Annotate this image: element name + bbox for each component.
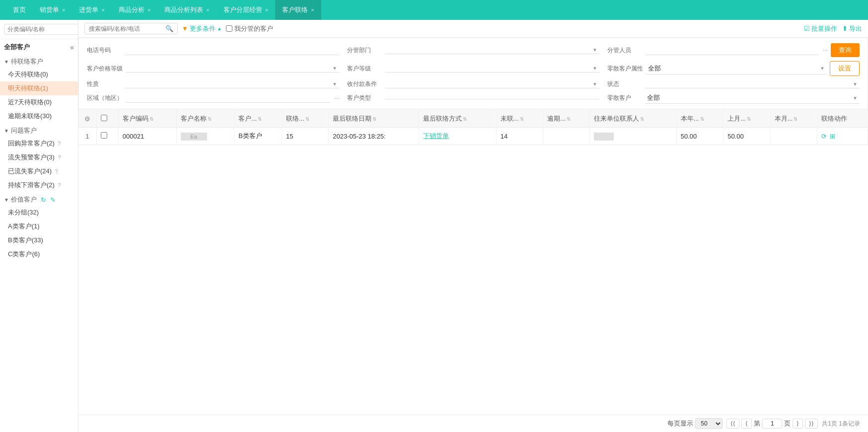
nav-purchase-order[interactable]: 进货单 × [72,0,111,20]
cell-last-contact-method[interactable]: 下销货单 [419,128,496,145]
close-sales-order-icon[interactable]: × [62,7,65,13]
filter-payment-select[interactable]: ▼ [385,80,599,88]
overdue-sort-icon[interactable]: ⇅ [567,116,571,122]
nav-product-analysis[interactable]: 商品分析 × [112,0,157,20]
close-customer-contact-icon[interactable]: × [311,7,314,13]
name-sort-icon[interactable]: ⇅ [208,116,212,122]
filter-phone-input[interactable] [125,46,339,55]
sidebar-search-area: 🔍 [0,20,78,39]
page-size-select[interactable]: 50 100 200 [695,418,723,429]
main-search-input[interactable] [89,25,163,32]
nav-product-analysis-list[interactable]: 商品分析列表 × [157,0,216,20]
cell-last-month: 50.00 [723,128,770,145]
code-sort-icon[interactable]: ⇅ [149,116,153,122]
sidebar-item-repurchase-anomaly[interactable]: 回购异常客户(2) ? [0,137,78,150]
filter-gender-select[interactable]: ▼ [125,80,339,88]
cell-name: Ea [176,128,234,145]
refresh-value-icon[interactable]: ↻ [41,196,46,204]
thismonth-sort-icon[interactable]: ⇅ [794,116,797,122]
filter-payment-row: 收付款条件 ▼ [347,80,599,88]
payment-arrow-icon: ▼ [592,81,597,87]
thisyear-sort-icon[interactable]: ⇅ [700,116,704,122]
close-product-analysis-icon[interactable]: × [147,7,150,13]
table-footer: 每页显示 50 100 200 ⟨⟨ ⟨ 第 页 ⟩ ⟩⟩ 共1页 1条记录 [78,415,868,432]
status-arrow-icon: ▼ [853,81,858,87]
filter-status-select[interactable]: ▼ [645,80,860,88]
col-this-year: 本年...⇅ [676,110,723,128]
filter-price-level-select[interactable]: ▼ [126,65,339,72]
export-button[interactable]: ⬆ 导出 [842,24,862,33]
lastmonth-sort-icon[interactable]: ⇅ [747,116,751,122]
select-all-checkbox[interactable] [101,115,107,121]
filter-retail-attr-select[interactable]: 全部 ▼ [646,63,827,74]
cell-contact-person [590,128,676,145]
sidebar-item-a-class[interactable]: A类客户(1) [0,219,78,233]
cell-checkbox[interactable] [96,128,118,145]
sidebar-item-7day-pending[interactable]: 近7天待联络(0) [0,95,78,109]
page-number-input[interactable] [762,419,782,429]
sidebar-item-overdue-pending[interactable]: 逾期未联络(30) [0,109,78,123]
pending-expand-icon[interactable] [4,59,9,65]
batch-op-button[interactable]: ☑ 批量操作 [804,24,837,33]
main-layout: 🔍 全部客户 « 待联络客户 今天待联络(0) 明天待联络(1) 近7天待联络(… [0,20,868,432]
nav-home[interactable]: 首页 [6,0,33,20]
filter-person-input[interactable] [645,46,819,55]
export-icon: ⬆ [842,25,848,32]
more-filter-button[interactable]: ▼ 更多条件 ▲ [182,24,222,33]
date-sort-icon[interactable]: ⇅ [372,116,376,122]
filter-customer-type-select[interactable] [385,97,599,99]
area-dots-icon[interactable]: ··· [334,95,339,102]
filter-dept-select[interactable]: ▼ [385,46,599,54]
filter-customer-level-select[interactable]: ▼ [385,65,599,72]
contacts-sort-icon[interactable]: ⇅ [305,116,309,122]
col-settings[interactable]: ⚙ [78,110,96,128]
sidebar-item-ungrouped[interactable]: 未分组(32) [0,206,78,219]
my-customer-checkbox[interactable] [226,25,232,32]
close-product-analysis-list-icon[interactable]: × [206,7,209,13]
content-area: 🔍 ▼ 更多条件 ▲ 我分管的客户 ☑ 批量操作 ⬆ 导出 [78,20,868,432]
filter-area-input[interactable] [126,93,330,103]
problem-expand-icon[interactable] [4,128,9,134]
first-page-button[interactable]: ⟨⟨ [726,419,739,429]
nav-customer-contact[interactable]: 客户联络 × [275,0,321,20]
filter-retail-customer-select[interactable]: 全部 ▼ [645,92,860,104]
action-more-icon[interactable]: ⊞ [830,133,835,140]
filter-arrow-icon: ▲ [217,26,222,31]
sidebar-item-churn-warning[interactable]: 流失预警客户(3) ? [0,150,78,164]
nocontact-sort-icon[interactable]: ⇅ [520,116,524,122]
sidebar-item-b-class[interactable]: B类客户(33) [0,233,78,247]
col-last-contact-method: 最后联络方式⇅ [419,110,496,128]
query-button[interactable]: 查询 [831,43,860,57]
edit-value-icon[interactable]: ✎ [50,196,56,204]
filter-retail-attr-row: 零散客户属性 全部 ▼ 设置 [607,61,860,76]
person-sort-icon[interactable]: ⇅ [640,116,644,122]
cell-action[interactable]: ⟳ ⊞ [817,128,868,145]
sidebar-item-c-class[interactable]: C类客户(6) [0,247,78,261]
sidebar-search-input[interactable] [4,24,78,35]
person-dots-icon[interactable]: ··· [823,47,828,54]
sidebar-collapse-icon[interactable]: « [70,43,74,51]
col-no-contact: 未联...⇅ [496,110,543,128]
col-last-contact-date: 最后联络日期⇅ [329,110,419,128]
sidebar-item-declining[interactable]: 持续下滑客户(2) ? [0,178,78,192]
next-page-button[interactable]: ⟩ [793,419,803,429]
method-sort-icon[interactable]: ⇅ [463,116,467,122]
close-customer-tier-icon[interactable]: × [265,7,268,13]
sidebar-item-today-pending[interactable]: 今天待联络(0) [0,68,78,81]
col-this-month: 本月...⇅ [770,110,817,128]
type-sort-icon[interactable]: ⇅ [258,116,262,122]
col-checkbox-header[interactable] [96,110,118,128]
prev-page-button[interactable]: ⟨ [741,419,752,429]
close-purchase-order-icon[interactable]: × [101,7,104,13]
nav-sales-order[interactable]: 销货单 × [33,0,72,20]
row-checkbox[interactable] [101,132,107,139]
set-button[interactable]: 设置 [830,61,860,76]
last-page-button[interactable]: ⟩⟩ [805,419,818,429]
filter-panel: 电话号码 分管部门 ▼ 分管人员 ··· 查询 客户价格等级 [78,38,868,109]
sidebar-item-churned[interactable]: 已流失客户(24) ? [0,164,78,178]
sidebar-item-tomorrow-pending[interactable]: 明天待联络(1) [0,81,78,95]
value-expand-icon[interactable] [4,197,9,203]
nav-customer-tier[interactable]: 客户分层经营 × [217,0,275,20]
action-link-icon[interactable]: ⟳ [821,133,827,140]
main-search-icon[interactable]: 🔍 [165,25,173,32]
